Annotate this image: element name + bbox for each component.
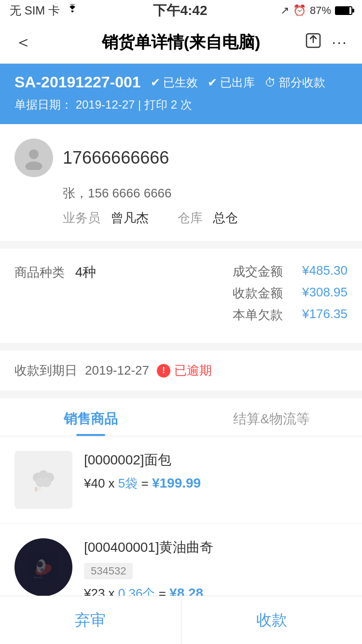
svg-point-13 [41,568,44,572]
amount-row: 成交金额 ¥485.30 [233,263,348,280]
overdue-text: 已逾期 [174,362,212,379]
product-info: [0000002]面包 ¥40 x 5袋 = ¥199.99 [84,451,348,492]
tabs-row: 销售商品 结算&物流等 [0,398,362,436]
customer-phone: 17666666666 [63,148,169,168]
cancel-button[interactable]: 弃审 [0,596,181,644]
summary-section: 商品种类 4种 成交金额 ¥485.30 收款金额 ¥308.95 本单欠款 ¥… [0,249,362,343]
status-partial: ⏱ 部分收款 [265,75,325,90]
bottom-bar: 弃审 收款 [0,596,362,644]
customer-meta: 业务员 曾凡杰 仓库 总仓 [14,210,348,226]
svg-point-1 [29,150,39,159]
back-button[interactable]: ＜ [14,30,43,54]
status-right: ↗ ⏰ 87% [280,4,352,17]
amount-label: 成交金额 [233,263,283,280]
tab-products[interactable]: 销售商品 [0,398,181,436]
due-date: 2019-12-27 [85,363,149,378]
svg-text:🦉+: 🦉+ [34,487,41,491]
battery-icon [335,6,352,15]
order-date: 2019-12-27 [76,98,135,111]
clock-icon: ⏱ [265,76,276,89]
product-types: 商品种类 4种 [14,263,96,281]
svg-point-7 [42,477,51,487]
order-header: SA-20191227-001 ✔ 已生效 ✔ 已出库 ⏱ 部分收款 单据日期：… [0,64,362,124]
order-id: SA-20191227-001 [14,73,141,91]
location-icon: ↗ [280,4,289,17]
product-name: [0000002]面包 [84,451,348,469]
product-item: 🦉+ [0000002]面包 ¥40 x 5袋 = ¥199.99 [0,436,362,524]
overdue-badge: ! 已逾期 [157,362,212,379]
summary-amounts: 成交金额 ¥485.30 收款金额 ¥308.95 本单欠款 ¥176.35 [233,263,348,328]
svg-point-2 [26,162,42,170]
product-thumbnail: 🦉+ [14,451,72,509]
price-qty: 5袋 [118,476,138,490]
nav-actions: ··· [305,32,348,53]
date-label: 单据日期： [14,98,72,111]
warehouse-value: 总仓 [213,210,238,225]
product-price: ¥40 x 5袋 = ¥199.99 [84,475,348,492]
sales-person: 曾凡杰 [111,210,149,225]
check-icon-2: ✔ [208,76,217,89]
carrier-text: 无 SIM 卡 [10,3,60,18]
product-info: [000400001]黄油曲奇 534532 ¥23 x 0.36个 = ¥8.… [84,538,348,602]
wifi-icon [65,4,80,17]
check-icon-1: ✔ [151,76,160,89]
status-shipped: ✔ 已出库 [208,75,255,90]
owed-row: 本单欠款 ¥176.35 [233,307,348,323]
type-label: 商品种类 [14,265,65,280]
order-date-row: 单据日期： 2019-12-27 | 打印 2 次 [14,97,348,112]
type-count: 4种 [75,265,97,280]
owed-value: ¥176.35 [302,307,348,323]
product-thumbnail: dawoud [14,538,72,596]
warehouse-label: 仓库 [178,210,203,225]
status-effective: ✔ 已生效 [151,75,198,90]
customer-contact: 张，156 6666 6666 [14,185,348,202]
status-time: 下午4:42 [153,1,207,20]
tab-settlement[interactable]: 结算&物流等 [181,398,362,436]
amount-value: ¥485.30 [302,263,348,280]
owed-label: 本单欠款 [233,307,283,323]
page-title: 销货单详情(来自电脑) [102,31,261,54]
confirm-button[interactable]: 收款 [181,596,362,644]
alarm-icon: ⏰ [293,4,306,17]
more-icon[interactable]: ··· [332,33,348,51]
product-sku: 534532 [84,563,133,579]
price-total: ¥199.99 [152,476,201,490]
print-info: | 打印 2 次 [138,98,192,111]
price-eq: = [141,476,152,490]
share-icon[interactable] [305,32,322,53]
svg-point-12 [37,561,43,567]
price-unit: ¥40 x [84,476,118,490]
overdue-icon: ! [157,364,170,378]
customer-section: 17666666666 张，156 6666 6666 业务员 曾凡杰 仓库 总… [0,124,362,241]
tabs-section: 销售商品 结算&物流等 [0,398,362,436]
customer-row: 17666666666 [14,139,348,177]
received-label: 收款金额 [233,285,283,302]
battery-text: 87% [310,4,331,17]
nav-bar: ＜ 销货单详情(来自电脑) ··· [0,21,362,64]
avatar [14,139,53,177]
due-section: 收款到期日 2019-12-27 ! 已逾期 [0,350,362,391]
received-row: 收款金额 ¥308.95 [233,285,348,302]
received-value: ¥308.95 [302,285,348,302]
status-left: 无 SIM 卡 [10,3,80,18]
product-list: 🦉+ [0000002]面包 ¥40 x 5袋 = ¥199.99 dawoud [0,436,362,617]
svg-text:dawoud: dawoud [34,576,42,579]
status-bar: 无 SIM 卡 下午4:42 ↗ ⏰ 87% [0,0,362,21]
product-name: [000400001]黄油曲奇 [84,538,348,557]
due-label: 收款到期日 [14,362,77,379]
sales-label: 业务员 [63,210,100,225]
